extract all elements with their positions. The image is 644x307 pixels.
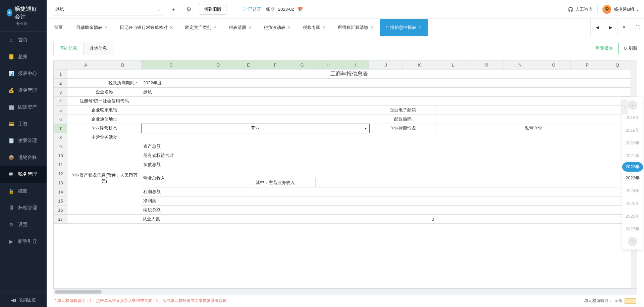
year-item[interactable]: 2027年 [624,223,642,235]
col-header-L[interactable]: L [436,60,470,70]
cell-value[interactable]: 2022年度 [141,79,631,88]
sheet-tab-1[interactable]: 其他信息 [84,42,113,55]
year-item[interactable]: 2023年 [624,172,642,184]
tab-6[interactable]: 所得税汇算清缴 ✕ [332,19,380,36]
row-header-9[interactable]: 9 [54,142,67,151]
year-item[interactable]: 2022年 [622,162,643,172]
year-item[interactable]: 2026年 [624,210,642,223]
cell-value[interactable] [436,115,631,124]
cell-value[interactable]: 测试 [141,88,631,97]
tab-2[interactable]: 固定资产类别 ✕ [179,19,223,36]
cell-value[interactable] [235,151,631,160]
cell-value[interactable] [436,106,631,115]
row-header-8[interactable]: 8 [54,133,67,142]
sidebar-item-4[interactable]: 🏢固定资产 [0,99,47,116]
period-picker[interactable]: 账期 2023-02 📅 [266,6,303,12]
sheet-tab-0[interactable]: 基础信息 [53,42,84,55]
row-header-2[interactable]: 2 [54,79,67,88]
tabs-fullscreen[interactable]: ⛶ [631,19,644,36]
settings-button[interactable]: ⚙ [183,4,194,15]
row-header-13[interactable]: 13 [54,178,67,187]
year-up[interactable]: ︿ [628,100,637,110]
tab-7[interactable]: 年报信息申报表 ✕ [380,19,428,36]
sidebar-item-12[interactable]: ▶新手引导 [0,233,47,250]
tab-0[interactable]: 目辅助余额表 ✕ [70,19,114,36]
tab-close[interactable]: ✕ [287,25,291,30]
cell-value[interactable] [141,106,369,115]
tabs-close-all[interactable]: ✕ [617,19,631,36]
spreadsheet[interactable]: ABCDEFGHIJKLMNOPQ 1工商年报信息表2税款所属期间：2022年度… [54,60,631,224]
refresh-button[interactable]: ↻ 刷新 [624,45,637,51]
pin-toggle[interactable]: ◀▮ 取消固定 [0,293,47,307]
cell-value[interactable] [235,142,631,151]
cell-value[interactable] [141,133,631,142]
row-header-3[interactable]: 3 [54,88,67,97]
sidebar-item-2[interactable]: 📊报表中心 [0,65,47,82]
year-down[interactable]: ﹀ [628,237,637,246]
sidebar-item-7[interactable]: 📦进销台账 [0,149,47,166]
col-header-C[interactable]: C [141,60,202,70]
row-header-15[interactable]: 15 [54,196,67,206]
sidebar-item-1[interactable]: 📒总账 [0,48,47,65]
cell-value[interactable] [235,169,631,178]
sidebar-item-10[interactable]: 🗄归档管理 [0,200,47,216]
tab-close[interactable]: ✕ [170,25,173,30]
year-item[interactable]: 2024年 [624,184,642,197]
row-header-11[interactable]: 11 [54,160,67,169]
col-header-J[interactable]: J [369,60,403,70]
row-header-16[interactable]: 16 [54,206,67,215]
row-header-6[interactable]: 6 [54,115,67,124]
tab-close[interactable]: ✕ [418,25,422,30]
col-header-G[interactable]: G [289,60,316,70]
row-header-5[interactable]: 5 [54,106,67,115]
col-header-Q[interactable]: Q [604,60,631,70]
col-header-K[interactable]: K [403,60,436,70]
col-header-B[interactable]: B [104,60,141,70]
tab-4[interactable]: 税负波动表 ✕ [258,19,297,36]
cell-value[interactable]: 私营企业 [436,124,631,133]
tab-close[interactable]: ✕ [248,25,252,30]
row-header-12[interactable]: 12 [54,169,67,178]
cell-business-status[interactable]: 开业▼ [141,124,369,133]
tabs-next[interactable]: ▶ [604,19,617,36]
collapse-year-picker[interactable]: ⟩ [622,100,628,114]
cell-value[interactable] [316,178,631,187]
dropdown-icon[interactable]: ▼ [364,127,368,130]
col-header-H[interactable]: H [316,60,342,70]
select-all-corner[interactable] [54,60,67,70]
row-header-10[interactable]: 10 [54,151,67,160]
col-header-D[interactable]: D [202,60,235,70]
col-header-E[interactable]: E [235,60,262,70]
sidebar-item-8[interactable]: 🏛税务管理 [0,166,47,183]
tab-close[interactable]: ✕ [213,25,217,30]
add-button[interactable]: ＋ [168,4,179,15]
cell-value[interactable] [141,97,631,106]
reset-report-button[interactable]: 重置报表 [590,43,619,54]
col-header-P[interactable]: P [571,60,604,70]
sidebar-item-6[interactable]: 🧾发票管理 [0,132,47,149]
col-header-O[interactable]: O [537,60,571,70]
cell-value[interactable] [235,196,631,206]
tab-5[interactable]: 税检专家 ✕ [297,19,332,36]
row-header-7[interactable]: 7 [54,124,67,133]
col-header-I[interactable]: I [342,60,369,70]
col-header-A[interactable]: A [67,60,104,70]
col-header-M[interactable]: M [470,60,503,70]
col-header-N[interactable]: N [503,60,537,70]
sidebar-item-3[interactable]: 💰资金管理 [0,82,47,99]
tab-1[interactable]: 日记账与银行对账单核对 ✕ [114,19,179,36]
cell-value[interactable] [235,206,631,215]
company-select[interactable]: 测试 ⌄ [53,3,163,15]
tab-close[interactable]: ✕ [104,25,108,30]
year-item[interactable]: 2021年 [624,149,642,162]
tab-close[interactable]: ✕ [370,25,374,30]
cell-value[interactable] [235,187,631,196]
sidebar-item-5[interactable]: 💳工资 [0,116,47,132]
col-header-F[interactable]: F [262,60,289,70]
tab-home[interactable]: 首页 [47,19,70,36]
cell-value[interactable] [141,115,369,124]
sidebar-item-0[interactable]: ⌂首页 [0,32,47,48]
year-item[interactable]: 2019年 [624,124,642,137]
row-header-4[interactable]: 4 [54,97,67,106]
switch-old-button[interactable]: 切到旧版 [199,4,226,15]
